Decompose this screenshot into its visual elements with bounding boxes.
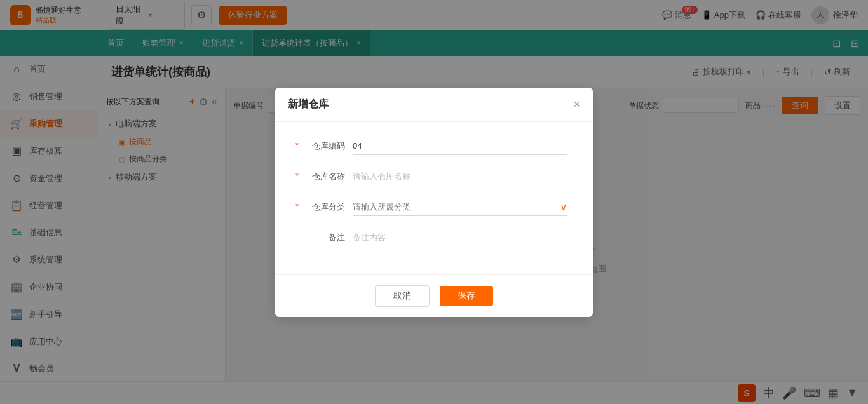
code-label: 仓库编码	[301, 140, 345, 152]
form-row-code: 仓库编码	[301, 137, 567, 155]
cancel-button[interactable]: 取消	[375, 285, 430, 307]
category-arrow-icon[interactable]: ∨	[560, 201, 567, 213]
modal-overlay[interactable]: 新增仓库 × 仓库编码 仓库名称 仓库分类 ∨ 备注	[0, 0, 868, 404]
form-row-note: 备注	[301, 229, 567, 246]
modal-title: 新增仓库	[288, 98, 329, 111]
note-input[interactable]	[353, 229, 567, 246]
modal-header: 新增仓库 ×	[275, 88, 593, 122]
modal-add-warehouse: 新增仓库 × 仓库编码 仓库名称 仓库分类 ∨ 备注	[275, 88, 593, 317]
note-label: 备注	[301, 232, 345, 243]
form-row-name: 仓库名称	[301, 168, 567, 185]
code-input[interactable]	[353, 137, 567, 155]
modal-footer: 取消 保存	[275, 274, 593, 317]
modal-close-icon[interactable]: ×	[573, 98, 580, 110]
category-input[interactable]	[353, 198, 560, 215]
name-label: 仓库名称	[301, 171, 345, 182]
category-label: 仓库分类	[301, 201, 345, 213]
form-row-category: 仓库分类 ∨	[301, 198, 567, 216]
modal-body: 仓库编码 仓库名称 仓库分类 ∨ 备注	[275, 122, 593, 274]
name-input[interactable]	[353, 168, 567, 185]
save-button[interactable]: 保存	[440, 286, 493, 306]
category-select-wrapper[interactable]: ∨	[353, 198, 567, 216]
